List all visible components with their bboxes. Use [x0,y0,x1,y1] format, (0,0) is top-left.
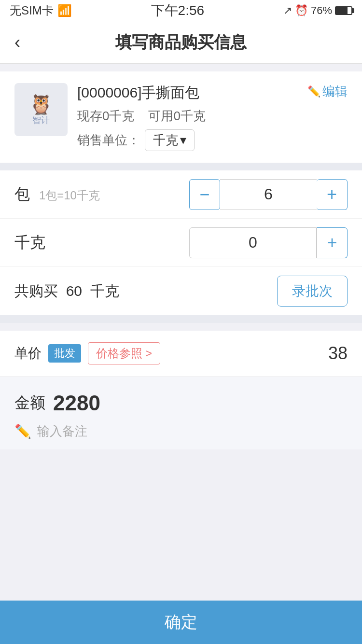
kg-controls: + [189,227,348,258]
product-info: [0000006]手撕面包 现存0千克 可用0千克 销售单位： 千克 ▾ [77,83,348,151]
note-row[interactable]: ✏️ 输入备注 [14,423,348,440]
price-tag: 批发 [48,344,81,363]
status-left: 无SIM卡 📶 [10,3,72,18]
kg-plus-button[interactable]: + [317,227,348,258]
product-name: [0000006]手撕面包 [77,83,348,103]
unit-select[interactable]: 千克 ▾ [145,129,195,151]
price-value: 38 [328,343,348,364]
status-right: ↗ ⏰ 76% [283,4,352,17]
battery-icon [335,6,352,15]
product-stock: 现存0千克 可用0千克 [77,108,348,125]
edit-icon: ✏️ [307,85,320,98]
carrier-label: 无SIM卡 [10,3,54,18]
location-icon: ↗ [283,4,292,17]
price-label: 单价 [14,344,42,363]
pencil-icon: ✏️ [14,423,31,439]
page-title: 填写商品购买信息 [115,31,247,54]
product-unit: 销售单位： 千克 ▾ [77,129,348,151]
nav-bar: ‹ 填写商品购买信息 [0,21,362,64]
bag-plus-button[interactable]: + [317,179,348,210]
amount-value: 2280 [53,391,100,415]
batch-button[interactable]: 录批次 [277,276,348,307]
summary-text: 共购买 60 千克 [14,281,119,301]
edit-button[interactable]: ✏️ 编辑 [307,83,348,100]
product-card: 🦉 智计 [0000006]手撕面包 现存0千克 可用0千克 销售单位： 千克 … [0,71,362,163]
kg-input-row: 千克 + [0,219,362,267]
bag-controls: − + [189,179,348,210]
amount-section: 金额 2280 ✏️ 输入备注 [0,377,362,449]
bag-input[interactable] [220,179,317,210]
product-logo: 🦉 智计 [29,95,53,125]
dropdown-icon: ▾ [180,133,186,148]
bottom-content [0,449,362,614]
bag-label: 包 1包=10千克 [14,184,189,205]
logo-text: 智计 [32,116,50,125]
price-row: 单价 批发 价格参照 > 38 [0,331,362,377]
status-bar: 无SIM卡 📶 下午2:56 ↗ ⏰ 76% [0,0,362,21]
alarm-icon: ⏰ [295,4,308,17]
bag-hint: 1包=10千克 [39,189,100,202]
product-image: 🦉 智计 [14,83,68,136]
ref-arrow-icon: > [145,347,152,360]
note-label: 输入备注 [37,423,87,440]
bag-minus-button[interactable]: − [189,179,220,210]
back-button[interactable]: ‹ [14,32,20,53]
input-section: 包 1包=10千克 − + 千克 + [0,170,362,267]
confirm-button[interactable]: 确定 [165,611,197,633]
divider-2 [0,315,362,323]
confirm-bar[interactable]: 确定 [0,601,362,644]
price-section: 单价 批发 价格参照 > 38 [0,331,362,377]
bag-input-row: 包 1包=10千克 − + [0,170,362,219]
kg-label: 千克 [14,232,189,253]
divider-1 [0,163,362,170]
summary-row: 共购买 60 千克 录批次 [0,267,362,315]
amount-row: 金额 2280 [14,391,348,415]
summary-quantity: 60 [66,283,82,299]
kg-input[interactable] [189,227,317,258]
status-time: 下午2:56 [151,1,205,20]
wifi-icon: 📶 [57,4,72,17]
amount-label: 金额 [14,392,45,414]
price-ref-button[interactable]: 价格参照 > [88,342,160,364]
battery-label: 76% [311,4,332,17]
